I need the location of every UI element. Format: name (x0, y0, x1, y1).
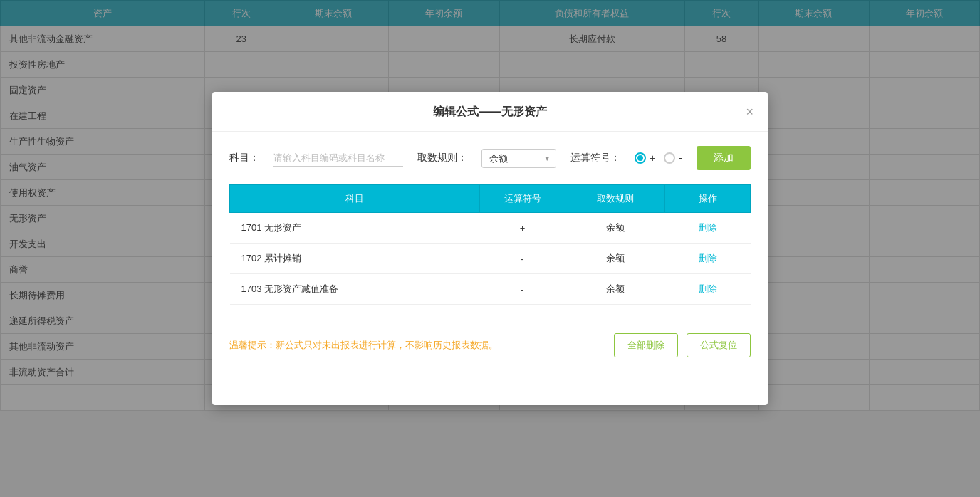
delete-link[interactable]: 删除 (699, 253, 717, 263)
formula-table-row: 1703 无形资产减值准备 - 余额 删除 (230, 274, 751, 305)
radio-plus-item[interactable]: + (635, 152, 655, 164)
operator-label: 运算符号： (570, 152, 620, 164)
table-header-subject: 科目 (230, 185, 480, 213)
formula-rule: 余额 (565, 244, 665, 274)
dialog-title: 编辑公式——无形资产 (433, 105, 547, 117)
close-button[interactable]: × (743, 103, 756, 121)
formula-subject: 1702 累计摊销 (230, 244, 480, 274)
formula-subject: 1701 无形资产 (230, 213, 480, 244)
edit-formula-dialog: 编辑公式——无形资产 × 科目： 取数规则： 余额 借方发生额 贷方发生额 ▼ … (212, 92, 768, 405)
formula-action: 删除 (665, 274, 751, 305)
delete-link[interactable]: 删除 (699, 283, 717, 294)
formula-table-row: 1702 累计摊销 - 余额 删除 (230, 244, 751, 274)
formula-action: 删除 (665, 213, 751, 244)
delete-all-button[interactable]: 全部删除 (614, 333, 678, 357)
formula-rule: 余额 (565, 274, 665, 305)
form-row: 科目： 取数规则： 余额 借方发生额 贷方发生额 ▼ 运算符号： + (212, 132, 768, 184)
radio-minus-circle (664, 152, 675, 164)
formula-table-wrap: 科目 运算符号 取数规则 操作 1701 无形资产 + 余额 删除 1702 累… (212, 184, 768, 305)
formula-subject: 1703 无形资产减值准备 (230, 274, 480, 305)
reset-formula-button[interactable]: 公式复位 (687, 333, 751, 357)
operator-radio-group: + - (635, 152, 682, 164)
radio-plus-circle (635, 152, 646, 164)
rule-select[interactable]: 余额 借方发生额 贷方发生额 (481, 149, 556, 168)
formula-rule: 余额 (565, 213, 665, 244)
hint-text: 温馨提示：新公式只对未出报表进行计算，不影响历史报表数据。 (229, 339, 498, 352)
modal-overlay: 编辑公式——无形资产 × 科目： 取数规则： 余额 借方发生额 贷方发生额 ▼ … (0, 0, 980, 497)
rule-label: 取数规则： (417, 152, 467, 164)
rule-select-wrap: 余额 借方发生额 贷方发生额 ▼ (481, 149, 556, 168)
dialog-footer: 温馨提示：新公式只对未出报表进行计算，不影响历史报表数据。 全部删除 公式复位 (212, 319, 768, 372)
formula-operator: + (480, 213, 565, 244)
formula-table: 科目 运算符号 取数规则 操作 1701 无形资产 + 余额 删除 1702 累… (229, 184, 751, 305)
footer-buttons: 全部删除 公式复位 (614, 333, 751, 357)
radio-plus-label: + (650, 152, 655, 164)
table-header-operator: 运算符号 (480, 185, 565, 213)
subject-input[interactable] (273, 150, 403, 167)
formula-table-row: 1701 无形资产 + 余额 删除 (230, 213, 751, 244)
table-header-action: 操作 (665, 185, 751, 213)
formula-action: 删除 (665, 244, 751, 274)
dialog-header: 编辑公式——无形资产 × (212, 92, 768, 132)
radio-minus-label: - (679, 152, 682, 164)
table-header-rule: 取数规则 (565, 185, 665, 213)
subject-label: 科目： (229, 152, 259, 164)
formula-operator: - (480, 244, 565, 274)
formula-operator: - (480, 274, 565, 305)
delete-link[interactable]: 删除 (699, 222, 717, 233)
radio-minus-item[interactable]: - (664, 152, 682, 164)
add-button[interactable]: 添加 (697, 146, 751, 170)
